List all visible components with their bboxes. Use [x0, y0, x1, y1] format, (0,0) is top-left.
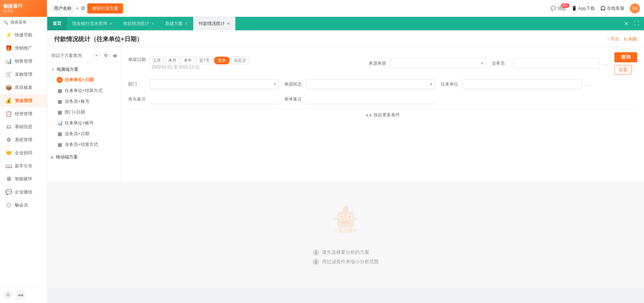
scheme-item-unit-date[interactable]: ● 往来单位+日期 [47, 74, 121, 85]
collapse-more-btn[interactable]: ∧∧ 收起更多条件 [128, 109, 637, 121]
filter-salesman-select[interactable] [513, 58, 600, 68]
sidebar-item-inventory[interactable]: 📦 库存核算 [0, 81, 47, 94]
topnav-trial-button[interactable]: 体验行业方案 [87, 3, 123, 13]
tabbar: 首页 现金银行流水查询 ✕ 收款情况统计 ✕ 新建方案 ✕ 付款情况统计 ✕ ✕… [47, 17, 644, 30]
filter-source-doc-select[interactable]: ▾ [390, 58, 486, 68]
sidebar-item-label: 智能硬件 [15, 176, 32, 182]
sidebar-item-hardware[interactable]: 🖥 智能硬件 [0, 173, 47, 185]
tabbar-actions: ✕ ⛶ [619, 17, 644, 30]
tab-close-all-btn[interactable]: ✕ [622, 20, 631, 28]
export-btn[interactable]: ↑ 导出 [607, 36, 620, 42]
chart-icon: 📊 [57, 120, 63, 126]
tab-bank-flow[interactable]: 现金银行流水查询 ✕ [67, 17, 118, 30]
app-icon: 📱 [572, 6, 577, 11]
date-btn-last-7-days[interactable]: 近7天 [196, 57, 213, 64]
scheme-header: 按以下方案查询 + ⚙ ◀ [47, 50, 121, 62]
marketing-icon: 🎁 [5, 45, 12, 51]
settings-link[interactable]: 设置 [614, 65, 632, 74]
filter-partner-select[interactable] [462, 79, 582, 89]
date-btn-more[interactable]: 更多 [214, 57, 230, 64]
tab-payment-stats[interactable]: 付款情况统计 ✕ [193, 17, 235, 30]
filter-table-head-note-input[interactable] [150, 94, 279, 104]
tab-receipt-stats-close[interactable]: ✕ [151, 22, 154, 26]
basic-icon: 🗂 [5, 124, 12, 130]
sidebar-item-sales[interactable]: 📊 销售管理 [0, 55, 47, 68]
filter-dept-item: 部门 ▾ [128, 79, 279, 89]
filter-doc-status-select[interactable]: ▾ [306, 79, 435, 89]
robot-icon [325, 202, 366, 241]
sidebar-item-label: 畅会员 [15, 202, 28, 208]
filter-partner-dots[interactable]: ... [585, 81, 591, 87]
tab-bank-flow-close[interactable]: ✕ [109, 22, 112, 26]
refresh-btn[interactable]: ↻ 刷新 [623, 36, 637, 42]
sidebar-item-label: 采购管理 [15, 71, 32, 78]
sidebar-settings-btn[interactable]: ⚙ [3, 290, 13, 300]
tab-new-scheme-close[interactable]: ✕ [185, 22, 188, 26]
topnav-app-download[interactable]: 📱 App下载 [572, 5, 595, 11]
tab-payment-stats-label: 付款情况统计 [199, 21, 225, 27]
topnav: 用户名称 ▾ ⚙ 体验行业方案 💬 消息 99+ 📱 App下载 🎧 在线客服 … [47, 0, 644, 17]
scheme-item-staff-account[interactable]: ▦ 业务员+账号 [47, 96, 121, 107]
sidebar-item-marketing[interactable]: 🎁 营销推广 [0, 41, 47, 55]
table-icon: ▦ [57, 142, 63, 147]
sidebar-search[interactable]: 🔍 搜索菜单 [0, 17, 47, 28]
sidebar-item-system[interactable]: ⚙ 系统管理 [0, 133, 47, 146]
tab-payment-stats-close[interactable]: ✕ [227, 22, 230, 26]
scheme-item-staff-date[interactable]: ▦ 业务员+日期 [47, 128, 121, 139]
sidebar-logo-name: 畅捷通巧 [3, 3, 22, 9]
sidebar-item-label: 库存核算 [15, 85, 32, 91]
scheme-item-dept-date[interactable]: ▦ 部门+日期 [47, 107, 121, 118]
date-range-display: 2022-01-01 至 2022-12-31 [152, 64, 249, 70]
sidebar-item-capital[interactable]: 💰 资金管理 [0, 94, 47, 107]
scheme-item-unit-account[interactable]: 📊 往来单位+账号 [47, 118, 121, 128]
scheme-group-mobile-header[interactable]: ▶ 移动端方案 [47, 152, 121, 162]
filter-date-item: 单据日期 上月 本月 本年 近7天 更多 自定义 2022-01-01 至 20… [128, 57, 363, 70]
filter-source-doc-item: 来源单据 ▾ [369, 58, 486, 68]
topnav-online-service[interactable]: 🎧 在线客服 [600, 5, 624, 11]
filter-dept-select[interactable]: ▾ [150, 79, 279, 89]
filter-table-body-note-input[interactable] [306, 94, 435, 104]
tab-fullscreen-btn[interactable]: ⛶ [632, 20, 641, 27]
topnav-username[interactable]: 用户名称 [51, 5, 74, 12]
topnav-gear-icon[interactable]: ⚙ [81, 5, 85, 11]
query-button[interactable]: 查询 [614, 52, 637, 62]
scheme-item-staff-settle[interactable]: ▦ 业务员+结算方式 [47, 139, 121, 150]
tab-receipt-stats[interactable]: 收款情况统计 ✕ [118, 17, 160, 30]
guide-icon: 📖 [5, 163, 12, 169]
scheme-collapse-btn[interactable]: ◀ [112, 52, 117, 59]
sidebar-item-member[interactable]: ⬡ 畅会员 [0, 199, 47, 212]
scheme-group-mobile: ▶ 移动端方案 [47, 152, 121, 162]
content-area: 付款情况统计（往来单位+日期） ↑ 导出 ↻ 刷新 按以下方案查询 [47, 30, 644, 303]
topnav-dropdown-arrow[interactable]: ▾ [76, 6, 79, 11]
tab-new-scheme[interactable]: 新建方案 ✕ [160, 17, 193, 30]
date-btn-this-year[interactable]: 本年 [181, 57, 195, 64]
page-actions: ↑ 导出 ↻ 刷新 [607, 36, 638, 42]
tab-home[interactable]: 首页 [47, 17, 67, 30]
sidebar-item-operation[interactable]: 📋 经营管理 [0, 107, 47, 120]
sidebar-item-wechat[interactable]: 💬 企业微信 [0, 185, 47, 199]
query-area: 查询 设置 [614, 52, 637, 74]
topnav-avatar[interactable]: Rit [630, 3, 640, 13]
sidebar-item-coop[interactable]: 🤝 企业协同 [0, 146, 47, 159]
sidebar-collapse-btn[interactable]: ◀◀ [16, 290, 25, 300]
sidebar-item-purchase[interactable]: 🛒 采购管理 [0, 68, 47, 81]
scheme-settings-btn[interactable]: ⚙ [102, 52, 110, 59]
date-btn-this-month[interactable]: 本月 [165, 57, 179, 64]
sidebar-item-quick-nav[interactable]: ⚡ 快捷导航 [0, 28, 47, 41]
collapse-icon: ◀◀ [18, 293, 23, 297]
date-btn-last-month[interactable]: 上月 [150, 57, 164, 64]
sidebar-item-basic[interactable]: 🗂 基础信息 [0, 120, 47, 133]
scheme-item-unit-settle[interactable]: ▦ 往来单位+结算方式 [47, 85, 121, 96]
chevron-up-icon: ∧∧ [365, 113, 372, 118]
filter-partner-item: 往来单位 ... [441, 79, 591, 89]
date-btn-custom[interactable]: 自定义 [231, 57, 249, 64]
sidebar-item-guide[interactable]: 📖 新手引导 [0, 159, 47, 173]
filter-salesman-dots[interactable]: ... [603, 60, 609, 66]
system-icon: ⚙ [5, 137, 12, 143]
scheme-add-btn[interactable]: + [93, 52, 100, 59]
operation-icon: 📋 [5, 111, 12, 117]
scheme-group-pc-header[interactable]: ▼ 电脑端方案 [47, 64, 121, 74]
chevron-down-icon: ▾ [274, 82, 276, 87]
scheme-header-label: 按以下方案查询 [51, 53, 82, 59]
topnav-messages[interactable]: 💬 消息 99+ [551, 5, 566, 11]
